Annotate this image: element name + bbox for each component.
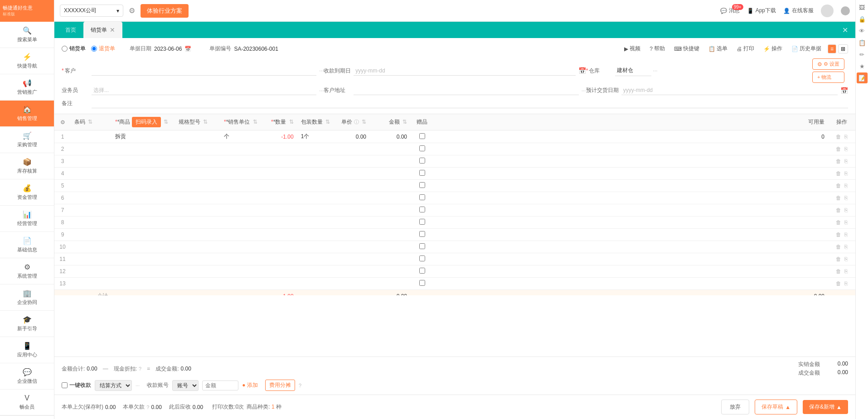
video-btn[interactable]: ▶ 视频 [621,43,643,54]
tab-sale-order[interactable]: 销货单 ✕ [83,22,122,38]
topbar-settings-icon[interactable]: ⚙ [127,5,137,17]
right-tool-eye[interactable]: 👁 [857,25,868,36]
sort-icon-product[interactable]: ⇅ [164,119,168,125]
delete-icon-11[interactable]: 🗑 [836,268,841,275]
logistics-btn[interactable]: + 物流 [812,72,844,83]
calendar-icon-3[interactable]: 📅 [840,87,848,94]
settings-btn[interactable]: ⚙ ⚙ 设置 [812,58,844,70]
gift-checkbox-11[interactable] [419,268,425,274]
row-barcode-3[interactable] [71,168,112,180]
sort-icon-barcode[interactable]: ⇅ [88,119,92,125]
delete-icon-10[interactable]: 🗑 [836,256,841,262]
gift-checkbox-8[interactable] [419,231,425,237]
scan-btn[interactable]: 扫码录入 [132,117,161,127]
sort-icon-pkgqty[interactable]: ⇅ [325,119,330,125]
sort-icon-price[interactable]: ⇅ [362,119,366,125]
delete-icon-2[interactable]: 🗑 [836,158,841,164]
expected-date-input[interactable] [621,86,838,95]
tab-home[interactable]: 首页 [58,22,83,38]
radio-sale[interactable]: 销货单 [62,45,86,53]
delete-icon-6[interactable]: 🗑 [836,207,841,213]
copy-icon-6[interactable]: ⎘ [844,207,848,213]
row-barcode-4[interactable] [71,180,112,192]
tab-close-icon[interactable]: ✕ [110,26,115,34]
abandon-btn[interactable]: 放弃 [721,400,749,414]
save-draft-btn[interactable]: 保存草稿 ▲ [755,400,797,414]
copy-icon-7[interactable]: ⎘ [844,219,848,226]
copy-icon-11[interactable]: ⎘ [844,268,848,275]
grid-view-btn[interactable]: ⊞ [838,44,848,53]
copy-icon-5[interactable]: ⎘ [844,195,848,201]
copy-icon-4[interactable]: ⎘ [844,183,848,189]
account-select[interactable]: 账号 [172,380,199,391]
gift-checkbox-9[interactable] [419,243,425,249]
user-avatar-2[interactable] [841,6,850,15]
gift-checkbox-10[interactable] [419,255,425,261]
salesperson-input[interactable] [92,86,316,95]
sidebar-item-quick-nav[interactable]: ⚡ 快捷导航 [0,48,54,74]
one-click-pay-checkbox[interactable]: 一键收款 [62,381,91,389]
sidebar-item-wechat[interactable]: 💬 企业微信 [0,363,54,390]
copy-icon-2[interactable]: ⎘ [844,158,848,164]
gift-checkbox-4[interactable] [419,182,425,188]
table-settings-icon[interactable]: ⚙ [60,119,65,125]
message-btn[interactable]: 💬 消息 99+ [720,7,740,14]
copy-icon-12[interactable]: ⎘ [844,280,848,287]
addr-dots[interactable]: ··· [582,87,586,94]
history-btn[interactable]: 📄 历史单据 [789,43,824,54]
due-date-input[interactable] [354,66,575,76]
right-tool-action[interactable]: 📝 [857,72,868,83]
notes-input[interactable] [92,99,848,108]
row-barcode-12[interactable] [71,278,112,290]
sidebar-item-finance[interactable]: 💰 资金管理 [0,179,54,206]
sidebar-item-member[interactable]: V 畅会员 [0,390,54,415]
sort-icon-unit[interactable]: ⇅ [253,119,257,125]
row-barcode-8[interactable] [71,229,112,241]
save-new-btn[interactable]: 保存&新增 ▲ [803,400,848,414]
select-order-btn[interactable]: 📋 选单 [706,43,730,54]
fee-help-icon[interactable]: ? [299,383,301,388]
row-barcode-6[interactable] [71,204,112,217]
add-payment-btn[interactable]: ● 添加 [242,381,258,389]
gift-checkbox-5[interactable] [419,194,425,200]
sidebar-item-enterprise[interactable]: 🏢 企业协同 [0,284,54,311]
right-tool-img1[interactable]: 🖼 [857,2,868,13]
delete-icon-1[interactable]: 🗑 [836,146,841,152]
customer-dots[interactable]: ··· [319,67,324,74]
delete-icon-12[interactable]: 🗑 [836,280,841,287]
row-barcode-1[interactable] [71,143,112,155]
radio-return-input[interactable] [91,46,97,52]
company-selector[interactable]: XXXXXX公司 ▾ [60,5,123,17]
row-barcode-7[interactable] [71,217,112,229]
copy-icon-10[interactable]: ⎘ [844,256,848,262]
sidebar-item-purchase[interactable]: 🛒 采购管理 [0,127,54,153]
delete-icon-4[interactable]: 🗑 [836,183,841,189]
sidebar-item-inventory[interactable]: 📦 库存核算 [0,153,54,179]
delete-icon-5[interactable]: 🗑 [836,195,841,201]
one-click-pay-input[interactable] [62,382,68,388]
amount-input[interactable] [202,380,238,390]
customer-input[interactable] [92,66,316,76]
sidebar-item-search[interactable]: 🔍 搜索菜单 [0,22,54,48]
operate-btn[interactable]: ⚡ 操作 [761,43,785,54]
right-tool-lock[interactable]: 🔒 [857,14,868,24]
print-btn[interactable]: 🖨 打印 [734,43,757,54]
sidebar-settings-btn[interactable]: ⚙ [0,416,54,419]
gift-checkbox-1[interactable] [419,145,425,151]
sidebar-item-operations[interactable]: 📊 经营管理 [0,206,54,232]
shortcut-btn[interactable]: ⌨ 快捷键 [671,43,702,54]
app-download-btn[interactable]: 📱 App下载 [747,7,776,14]
row-barcode-2[interactable] [71,155,112,168]
sidebar-item-system[interactable]: ⚙ 系统管理 [0,258,54,284]
right-tool-copy[interactable]: 📋 [857,37,868,48]
sidebar-item-marketing[interactable]: 📢 营销推广 [0,74,54,101]
trial-button[interactable]: 体验行业方案 [141,4,189,18]
delete-icon-9[interactable]: 🗑 [836,244,841,250]
row-barcode-10[interactable] [71,253,112,265]
copy-icon-0[interactable]: ⎘ [844,134,848,140]
copy-icon-3[interactable]: ⎘ [844,170,848,177]
sort-icon-qty[interactable]: ⇅ [289,119,294,125]
right-tool-edit[interactable]: ✏ [857,49,868,60]
row-barcode-5[interactable] [71,192,112,204]
sidebar-item-app-center[interactable]: 📱 应用中心 [0,337,54,363]
